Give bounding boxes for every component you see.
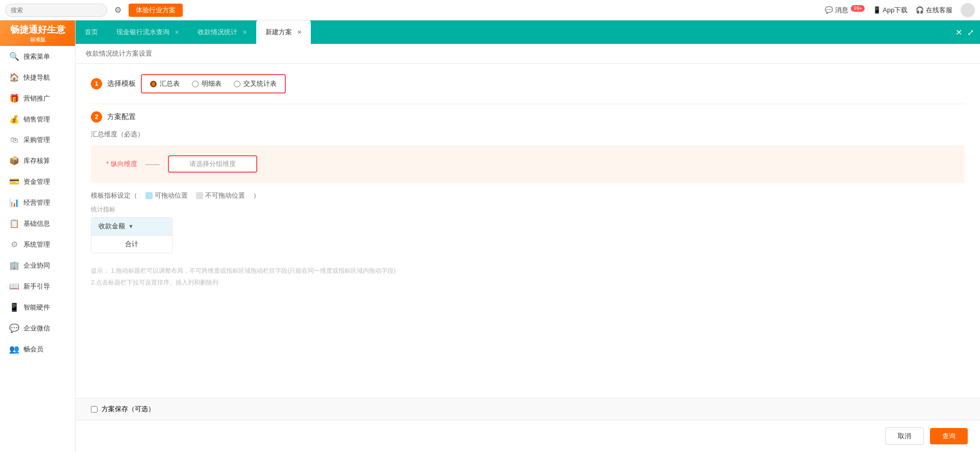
option-summary-label: 汇总表 [160,79,180,88]
indicator-settings: 模板指标设定（ 可拖动位置 不可拖动位置 ） [91,191,965,255]
notification-badge: 99+ [851,5,865,12]
step2-title: 方案配置 [107,112,136,122]
sidebar-item-guide[interactable]: 📖 新手引导 [0,276,75,297]
notification-label: 消息 [835,6,848,14]
settings-icon[interactable]: ⚙ [114,5,121,15]
tab-expand-icon[interactable]: ⤢ [967,28,974,37]
inventory-icon: 📦 [9,156,19,165]
bottom-actions: 取消 查询 [76,420,980,452]
tips-line1: 提示： 1.拖动标题栏可以调整布局，不可跨维度或指标区域拖动栏目字段(只能在同一… [91,265,965,277]
sidebar-item-enterprise[interactable]: 🏢 企业协同 [0,255,75,276]
cancel-button[interactable]: 取消 [885,427,924,445]
tab-home-label: 首页 [85,28,98,37]
online-service-item[interactable]: 🎧 在线客服 [916,6,952,15]
system-icon: ⚙ [9,240,19,249]
indicator-section-label: 统计指标 [91,205,173,214]
sidebar-item-marketing[interactable]: 🎁 营销推广 [0,88,75,109]
sidebar-item-smart-hw[interactable]: 📱 智能硬件 [0,297,75,318]
close-paren: ） [253,191,260,200]
sidebar-item-label: 新手引导 [23,282,50,291]
option-detail-label: 明细表 [202,79,222,88]
sidebar-item-member[interactable]: 👥 畅会员 [0,339,75,360]
step1-header: 1 选择模板 汇总表 明细表 [91,74,965,93]
breadcrumb: 收款情况统计方案设置 [86,50,152,57]
user-avatar[interactable] [961,3,975,17]
wechat-icon: 💬 [9,323,19,333]
sidebar-item-purchase[interactable]: 🛍 采购管理 [0,130,75,150]
sidebar-item-quick-nav[interactable]: 🏠 快捷导航 [0,67,75,88]
brand-sub: 标准版 [10,36,65,43]
radio-detail[interactable] [192,81,199,87]
sidebar-item-label: 搜索菜单 [23,52,50,61]
indicator-col-row: 合计 [91,235,172,253]
sidebar-item-wechat[interactable]: 💬 企业微信 [0,318,75,339]
chevron-down-icon[interactable]: ▼ [128,223,134,229]
brand-name: 畅捷通好生意 [10,23,65,36]
option-summary[interactable]: 汇总表 [150,79,180,88]
sidebar-item-label: 智能硬件 [23,303,50,312]
tab-new-plan-label: 新建方案 [265,28,292,37]
sidebar-item-label: 采购管理 [23,135,50,145]
dim-select-box[interactable]: 请选择分组维度 [168,155,257,173]
tabs-bar: 首页 现金银行流水查询 ✕ 收款情况统计 ✕ 新建方案 ✕ ✕ ⤢ [76,20,980,44]
enterprise-icon: 🏢 [9,260,19,270]
tabs-actions: ✕ ⤢ [955,28,980,37]
notification-item[interactable]: 💬 消息 99+ [825,6,865,15]
tab-bank-flow-close[interactable]: ✕ [175,29,179,36]
main-layout: 畅捷通好生意 标准版 🔍 搜索菜单 🏠 快捷导航 🎁 营销推广 💰 销售管理 [0,20,980,452]
member-icon: 👥 [9,344,19,354]
tab-home[interactable]: 首页 [76,20,107,44]
sidebar-item-search-menu[interactable]: 🔍 搜索菜单 [0,46,75,67]
tab-new-plan[interactable]: 新建方案 ✕ [256,20,311,44]
sidebar-item-operations[interactable]: 📊 经营管理 [0,192,75,213]
sidebar-brand: 畅捷通好生意 标准版 [0,20,75,46]
option-detail[interactable]: 明细表 [192,79,222,88]
sidebar-nav: 🔍 搜索菜单 🏠 快捷导航 🎁 营销推广 💰 销售管理 🛍 采购管理 📦 [0,46,75,452]
tab-receipt-stat[interactable]: 收款情况统计 ✕ [188,20,256,44]
dimension-row: * 纵向维度 —— 请选择分组维度 [106,155,949,173]
header-left: ⚙ 体验行业方案 [5,4,183,17]
tab-bank-flow[interactable]: 现金银行流水查询 ✕ [107,20,188,44]
sidebar-item-basic-info[interactable]: 📋 基础信息 [0,213,75,234]
sidebar-item-label: 畅会员 [23,345,43,354]
page-header: 收款情况统计方案设置 [76,44,980,64]
trial-button[interactable]: 体验行业方案 [129,4,183,17]
app-download-item[interactable]: 📱 App下载 [873,6,908,15]
tab-receipt-stat-close[interactable]: ✕ [242,29,247,36]
save-option-checkbox[interactable] [91,406,97,413]
radio-summary[interactable] [150,81,157,87]
basic-info-icon: 📋 [9,219,19,228]
movable-dot [145,192,153,199]
sidebar-item-finance[interactable]: 💳 资金管理 [0,171,75,192]
page-content: 收款情况统计方案设置 1 选择模板 汇总表 [76,44,980,452]
indicator-col-header[interactable]: 收款金额 ▼ [91,218,172,235]
step2-header: 2 方案配置 [91,111,965,123]
indicator-grid-container: 统计指标 收款金额 ▼ 合计 [91,205,965,255]
dimension-section-label: 汇总维度（必选） [91,130,965,139]
radio-cross[interactable] [234,81,240,87]
step1-section: 1 选择模板 汇总表 明细表 [91,74,965,93]
step2-section: 2 方案配置 汇总维度（必选） * 纵向维度 —— 请选择分组维度 [91,111,965,289]
step1-number: 1 [91,78,102,89]
tab-close-all-icon[interactable]: ✕ [955,28,962,37]
option-cross[interactable]: 交叉统计表 [234,79,277,88]
sidebar-item-label: 经营管理 [23,198,50,207]
divider-1 [91,104,965,104]
sidebar-item-label: 销售管理 [23,115,50,124]
sidebar-item-system[interactable]: ⚙ 系统管理 [0,234,75,255]
sidebar-item-inventory[interactable]: 📦 库存核算 [0,150,75,171]
tips-area: 提示： 1.拖动标题栏可以调整布局，不可跨维度或指标区域拖动栏目字段(只能在同一… [91,265,965,289]
search-input[interactable] [5,4,107,17]
query-button[interactable]: 查询 [930,428,968,444]
template-options: 汇总表 明细表 交叉统计表 [141,74,286,93]
dim-arrow: —— [145,160,160,168]
indicator-header: 模板指标设定（ 可拖动位置 不可拖动位置 ） [91,191,965,200]
movable-label: 可拖动位置 [155,191,188,200]
smart-hw-icon: 📱 [9,302,19,312]
tab-receipt-stat-label: 收款情况统计 [198,28,237,37]
indicator-settings-label: 模板指标设定（ [91,191,137,200]
search-menu-icon: 🔍 [9,52,19,61]
sidebar-item-label: 资金管理 [23,177,50,186]
sidebar-item-sales[interactable]: 💰 销售管理 [0,109,75,130]
tab-new-plan-close[interactable]: ✕ [297,29,302,36]
